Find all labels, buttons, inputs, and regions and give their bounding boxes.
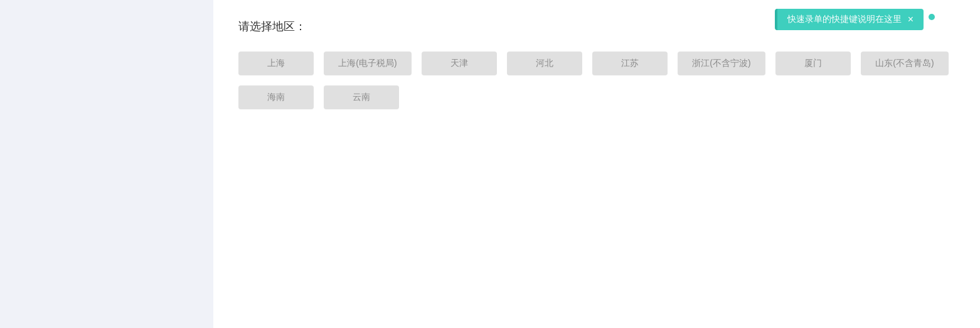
region-buttons: 上海上海(电子税局)天津河北江苏浙江(不含宁波)厦门山东(不含青岛)海南云南 <box>238 52 955 109</box>
region-button-shanghai-etax[interactable]: 上海(电子税局) <box>324 52 412 75</box>
region-button-hebei[interactable]: 河北 <box>507 52 582 75</box>
region-button-tianjin[interactable]: 天津 <box>422 52 497 75</box>
tooltip-text: 快速录单的快捷键说明在这里 <box>787 14 902 25</box>
main-content: 请选择地区： 上海上海(电子税局)天津河北江苏浙江(不含宁波)厦门山东(不含青岛… <box>213 0 980 328</box>
region-button-xiamen[interactable]: 厦门 <box>775 52 851 75</box>
tooltip-close-button[interactable]: × <box>908 14 913 25</box>
left-sidebar <box>0 0 213 328</box>
region-button-yunnan[interactable]: 云南 <box>324 85 399 109</box>
region-button-zhejiang[interactable]: 浙江(不含宁波) <box>678 52 765 75</box>
region-button-shanghai[interactable]: 上海 <box>238 52 314 75</box>
region-button-jiangsu[interactable]: 江苏 <box>592 52 668 75</box>
region-button-hainan[interactable]: 海南 <box>238 85 314 109</box>
region-button-shandong[interactable]: 山东(不含青岛) <box>861 52 949 75</box>
tooltip-banner: 快速录单的快捷键说明在这里 × <box>775 9 924 30</box>
tooltip-dot <box>929 14 935 20</box>
